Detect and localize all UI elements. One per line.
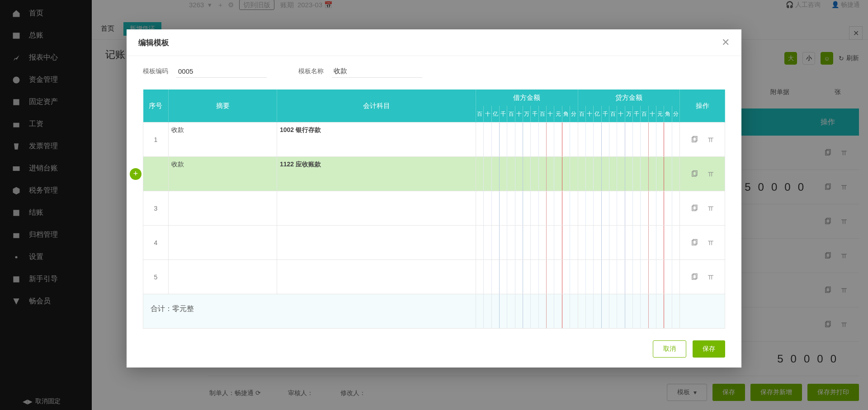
row-debit[interactable] — [476, 123, 578, 157]
row-debit[interactable] — [476, 226, 578, 260]
row-credit[interactable] — [578, 157, 680, 191]
copy-icon[interactable] — [690, 204, 698, 212]
svg-rect-22 — [693, 170, 697, 175]
row-account[interactable] — [277, 260, 476, 294]
row-seq: 3 — [143, 191, 169, 226]
table-row[interactable]: +收款1122 应收账款 — [143, 157, 725, 191]
col-account: 会计科目 — [277, 90, 476, 123]
row-summary[interactable]: 收款 — [169, 157, 277, 191]
row-debit[interactable] — [476, 260, 578, 294]
add-row-button[interactable]: + — [130, 168, 142, 180]
delete-icon[interactable] — [707, 239, 715, 247]
row-summary[interactable] — [169, 260, 277, 294]
delete-icon[interactable] — [707, 136, 715, 144]
total-label: 合计：零元整 — [143, 294, 476, 329]
row-debit[interactable] — [476, 191, 578, 226]
delete-icon[interactable] — [707, 273, 715, 281]
modal-close-button[interactable]: ✕ — [722, 37, 730, 48]
row-credit[interactable] — [578, 260, 680, 294]
svg-rect-23 — [692, 206, 696, 211]
table-row[interactable]: 1收款1002 银行存款 — [143, 123, 725, 157]
row-seq: 5 — [143, 260, 169, 294]
template-table: 序号 摘要 会计科目 借方金额 贷方金额 操作 百十亿千百十万千百十元角分 百十… — [143, 90, 725, 329]
copy-icon[interactable] — [690, 136, 698, 144]
svg-rect-25 — [692, 240, 696, 245]
template-name-input[interactable] — [332, 65, 422, 78]
table-row[interactable]: 5 — [143, 260, 725, 294]
svg-rect-24 — [693, 205, 697, 210]
svg-rect-21 — [692, 171, 696, 176]
svg-rect-27 — [692, 274, 696, 279]
row-summary[interactable] — [169, 191, 277, 226]
row-seq: 4 — [143, 226, 169, 260]
row-seq: 1 — [143, 123, 169, 157]
row-account[interactable] — [277, 191, 476, 226]
table-row[interactable]: 3 — [143, 191, 725, 226]
row-seq: + — [143, 157, 169, 191]
row-credit[interactable] — [578, 123, 680, 157]
cancel-button[interactable]: 取消 — [653, 340, 686, 358]
svg-rect-20 — [693, 136, 697, 141]
modal-title: 编辑模板 — [138, 38, 169, 48]
row-summary[interactable]: 收款 — [169, 123, 277, 157]
col-credit: 贷方金额 — [578, 90, 680, 106]
modal-save-button[interactable]: 保存 — [693, 340, 725, 358]
row-summary[interactable] — [169, 226, 277, 260]
col-op: 操作 — [680, 90, 725, 123]
template-name-label: 模板名称 — [298, 67, 324, 75]
copy-icon[interactable] — [690, 239, 698, 247]
delete-icon[interactable] — [707, 170, 715, 178]
row-account[interactable]: 1122 应收账款 — [277, 157, 476, 191]
row-account[interactable] — [277, 226, 476, 260]
row-credit[interactable] — [578, 191, 680, 226]
delete-icon[interactable] — [707, 204, 715, 212]
template-code-label: 模板编码 — [143, 67, 168, 75]
copy-icon[interactable] — [690, 273, 698, 281]
copy-icon[interactable] — [690, 170, 698, 178]
template-code-input[interactable] — [176, 65, 267, 78]
row-credit[interactable] — [578, 226, 680, 260]
table-row[interactable]: 4 — [143, 226, 725, 260]
svg-rect-19 — [692, 137, 696, 142]
col-debit: 借方金额 — [476, 90, 578, 106]
col-summary: 摘要 — [169, 90, 277, 123]
row-debit[interactable] — [476, 157, 578, 191]
svg-rect-26 — [693, 239, 697, 244]
svg-rect-28 — [693, 273, 697, 278]
edit-template-modal: 编辑模板 ✕ 模板编码 模板名称 序号 摘要 会计科目 借方金额 贷方金额 — [127, 29, 741, 368]
row-account[interactable]: 1002 银行存款 — [277, 123, 476, 157]
col-seq: 序号 — [143, 90, 169, 123]
